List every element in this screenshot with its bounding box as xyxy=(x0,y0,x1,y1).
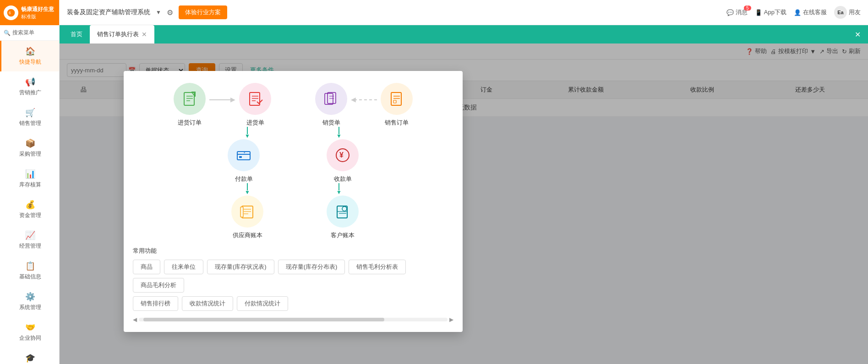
flow-node-sale-order[interactable]: 销售订单 xyxy=(381,83,413,127)
modal-overlay[interactable]: 进货订单 ▶ xyxy=(60,43,868,364)
svg-point-31 xyxy=(342,206,347,211)
purchase-bill-label: 进货单 xyxy=(246,119,264,127)
sidebar-nav: 🏠 快捷导航 📢 营销推广 🛒 销售管理 📦 采购管理 📊 库存核算 💰 xyxy=(0,41,59,364)
app-download-button[interactable]: 📱 App下载 xyxy=(755,8,786,16)
func-btn-counterparty[interactable]: 往来单位 xyxy=(164,260,203,274)
function-buttons-row2: 销售排行榜 收款情况统计 付款情况统计 xyxy=(133,296,453,311)
scrollbar-track[interactable] xyxy=(139,318,448,321)
sidebar-item-beginner[interactable]: 🎓 新手引导 xyxy=(0,348,59,364)
graduation-icon: 🎓 xyxy=(25,353,35,363)
tab-close-icon[interactable]: ✕ xyxy=(142,31,147,38)
purchase-bill-circle xyxy=(239,83,271,115)
message-badge: 5 xyxy=(744,5,751,11)
svg-rect-21 xyxy=(239,156,242,158)
sale-order-label: 销售订单 xyxy=(385,119,409,127)
sidebar-item-management[interactable]: 📈 经营管理 xyxy=(0,225,59,255)
payment-circle: ¥ xyxy=(228,139,260,171)
system-title: 装备及固定资产辅助管理系统 xyxy=(67,8,150,16)
svg-rect-15 xyxy=(391,92,401,105)
func-btn-stock-dist[interactable]: 现存量(库存分布表) xyxy=(278,260,345,274)
logo-text: 畅康通好生意 标准版 xyxy=(21,5,54,20)
avatar: Ea xyxy=(834,6,847,19)
purchase-order-label: 进货订单 xyxy=(178,119,202,127)
flow-node-sale-bill[interactable]: 销货单 xyxy=(315,83,347,127)
sidebar-item-collaboration[interactable]: 🤝 企业协同 xyxy=(0,317,59,348)
receipt-circle: ¥ xyxy=(327,139,359,171)
logo-icon: 6 xyxy=(4,5,18,20)
system-dropdown[interactable]: ▼ xyxy=(156,9,161,16)
svg-rect-2 xyxy=(184,92,194,105)
flow-node-purchase-bill[interactable]: 进货单 xyxy=(239,83,271,127)
sidebar-item-sales[interactable]: 🛒 销售管理 xyxy=(0,102,59,133)
sidebar-item-marketing[interactable]: 📢 营销推广 xyxy=(0,71,59,102)
clipboard-icon: 📋 xyxy=(25,261,35,271)
header-right: 💬 消息 5 📱 App下载 👤 在线客服 Ea 用友 xyxy=(726,6,861,19)
customer-ledger-circle xyxy=(327,196,359,228)
func-btn-sales-margin[interactable]: 销售毛利分析表 xyxy=(349,260,406,274)
sidebar-item-purchase[interactable]: 📦 采购管理 xyxy=(0,133,59,163)
arrow-2: ◀ xyxy=(351,97,377,103)
func-btn-product-margin[interactable]: 商品毛利分析 xyxy=(133,278,184,293)
flow-node-customer-ledger[interactable]: 客户账本 xyxy=(327,196,359,239)
flow-node-purchase-order[interactable]: 进货订单 xyxy=(174,83,206,127)
sale-bill-circle xyxy=(315,83,347,115)
app-logo: 6 畅康通好生意 标准版 xyxy=(0,0,59,25)
flow-node-receipt[interactable]: ¥ 收款单 xyxy=(327,139,359,183)
arrow-1: ▶ xyxy=(209,97,235,103)
modal-body: 进货订单 ▶ xyxy=(124,71,463,332)
cart-icon: 🛒 xyxy=(25,108,35,118)
sidebar-item-basic-info[interactable]: 📋 基础信息 xyxy=(0,255,59,286)
svg-text:6: 6 xyxy=(9,11,11,15)
service-icon: 👤 xyxy=(794,9,801,16)
supplier-ledger-label: 供应商账本 xyxy=(233,231,262,239)
func-btn-stock-status[interactable]: 现存量(库存状况表) xyxy=(207,260,274,274)
user-profile[interactable]: Ea 用友 xyxy=(834,6,861,19)
tab-sales-order[interactable]: 销售订单执行表 ✕ xyxy=(90,25,154,43)
flow-node-supplier-ledger[interactable]: 供应商账本 xyxy=(228,196,267,239)
svg-text:¥: ¥ xyxy=(339,151,344,159)
trending-icon: 📈 xyxy=(25,230,35,240)
sidebar: 6 畅康通好生意 标准版 🔍 搜索菜单 🏠 快捷导航 📢 营销推广 🛒 xyxy=(0,0,60,364)
func-btn-product[interactable]: 商品 xyxy=(133,260,160,274)
common-func-title: 常用功能 xyxy=(133,247,453,255)
common-functions: 常用功能 商品 往来单位 现存量(库存状况表) 现存量(库存分布表) 销售毛利分… xyxy=(133,247,453,311)
sale-bill-label: 销货单 xyxy=(322,119,340,127)
scroll-right-arrow[interactable]: ▶ xyxy=(449,316,453,323)
scrollbar-thumb xyxy=(143,318,384,321)
svg-rect-11 xyxy=(325,93,333,104)
message-icon: 💬 xyxy=(726,9,734,16)
customer-ledger-label: 客户账本 xyxy=(331,231,355,239)
func-btn-sales-ranking[interactable]: 销售排行榜 xyxy=(133,296,178,311)
svg-rect-12 xyxy=(328,92,336,103)
tab-bar: 首页 销售订单执行表 ✕ ✕ xyxy=(60,25,868,43)
svg-rect-26 xyxy=(240,207,243,217)
megaphone-icon: 📢 xyxy=(25,77,35,87)
settings-icon[interactable]: ⚙ xyxy=(167,8,173,17)
sidebar-item-finance[interactable]: 💰 资金管理 xyxy=(0,194,59,225)
online-service-button[interactable]: 👤 在线客服 xyxy=(794,8,827,16)
main-content: 装备及固定资产辅助管理系统 ▼ ⚙ 体验行业方案 💬 消息 5 📱 App下载 … xyxy=(60,0,868,364)
tab-bar-close-button[interactable]: ✕ xyxy=(851,30,864,39)
sidebar-item-system[interactable]: ⚙️ 系统管理 xyxy=(0,286,59,317)
flow-modal: 进货订单 ▶ xyxy=(124,71,463,332)
message-button[interactable]: 💬 消息 5 xyxy=(726,8,748,16)
sale-order-circle xyxy=(381,83,413,115)
function-buttons: 商品 往来单位 现存量(库存状况表) 现存量(库存分布表) 销售毛利分析表 商品… xyxy=(133,260,453,293)
payment-label: 付款单 xyxy=(235,175,253,183)
scroll-left-arrow[interactable]: ◀ xyxy=(133,316,137,323)
chart-icon: 📊 xyxy=(25,169,35,179)
receipt-label: 收款单 xyxy=(334,175,352,183)
handshake-icon: 🤝 xyxy=(25,322,35,332)
search-menu[interactable]: 🔍 搜索菜单 xyxy=(0,25,59,41)
sidebar-item-inventory[interactable]: 📊 库存核算 xyxy=(0,163,59,194)
flow-node-payment[interactable]: ¥ 付款单 xyxy=(228,139,260,183)
func-btn-payment-stats[interactable]: 付款情况统计 xyxy=(237,296,288,311)
sidebar-item-quick-nav[interactable]: 🏠 快捷导航 xyxy=(0,41,59,71)
svg-point-0 xyxy=(7,9,15,16)
trial-button[interactable]: 体验行业方案 xyxy=(179,5,227,19)
tab-home[interactable]: 首页 xyxy=(63,25,90,43)
supplier-ledger-circle xyxy=(231,196,263,228)
func-btn-receipt-stats[interactable]: 收款情况统计 xyxy=(182,296,233,311)
home-icon: 🏠 xyxy=(25,46,35,56)
box-icon: 📦 xyxy=(25,138,35,148)
